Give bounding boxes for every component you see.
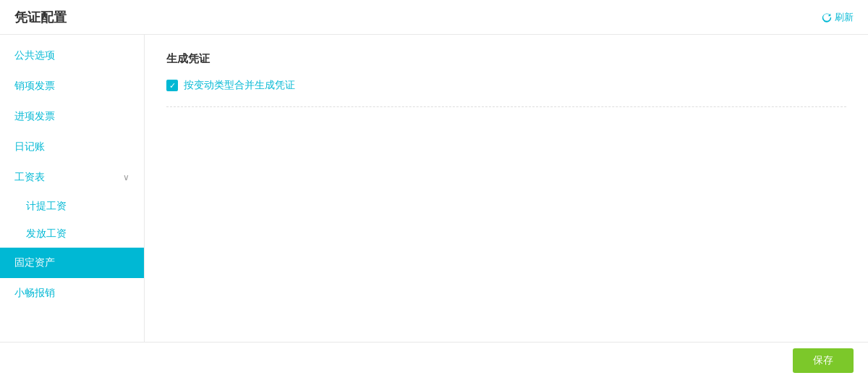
sidebar-item-label: 日记账 bbox=[14, 140, 45, 154]
refresh-label: 刷新 bbox=[835, 11, 854, 24]
sidebar-item-journal[interactable]: 日记账 bbox=[0, 132, 144, 162]
sidebar-item-label: 小畅报销 bbox=[14, 287, 55, 300]
sidebar-item-expense-claim[interactable]: 小畅报销 bbox=[0, 278, 144, 308]
checkbox-label[interactable]: 按变动类型合并生成凭证 bbox=[184, 79, 295, 92]
sidebar-item-distribute-payroll[interactable]: 发放工资 bbox=[0, 220, 144, 248]
footer: 保存 bbox=[0, 342, 868, 378]
sidebar-item-public-options[interactable]: 公共选项 bbox=[0, 41, 144, 71]
sidebar-item-fixed-assets[interactable]: 固定资产 bbox=[0, 248, 144, 278]
main-layout: 公共选项 销项发票 进项发票 日记账 工资表 ∨ 计提工资 发放工资 固定资产 … bbox=[0, 35, 868, 342]
sidebar-item-label: 固定资产 bbox=[14, 256, 55, 269]
page-title: 凭证配置 bbox=[14, 9, 67, 26]
sidebar: 公共选项 销项发票 进项发票 日记账 工资表 ∨ 计提工资 发放工资 固定资产 … bbox=[0, 35, 145, 342]
sidebar-sub-item-label: 发放工资 bbox=[26, 227, 67, 239]
section-title: 生成凭证 bbox=[166, 52, 846, 66]
merge-voucher-checkbox[interactable] bbox=[166, 80, 178, 91]
checkbox-row: 按变动类型合并生成凭证 bbox=[166, 79, 846, 92]
sidebar-item-label: 工资表 bbox=[14, 171, 45, 184]
chevron-down-icon: ∨ bbox=[123, 172, 129, 182]
sidebar-item-label: 进项发票 bbox=[14, 110, 55, 123]
header: 凭证配置 刷新 bbox=[0, 0, 868, 35]
content-area: 生成凭证 按变动类型合并生成凭证 bbox=[145, 35, 868, 342]
sidebar-item-label: 销项发票 bbox=[14, 80, 55, 93]
refresh-icon bbox=[822, 12, 832, 22]
sidebar-item-purchase-invoice[interactable]: 进项发票 bbox=[0, 101, 144, 132]
save-button[interactable]: 保存 bbox=[793, 348, 854, 373]
sidebar-item-commission-payroll[interactable]: 计提工资 bbox=[0, 193, 144, 220]
sidebar-sub-item-label: 计提工资 bbox=[26, 200, 67, 211]
sidebar-item-label: 公共选项 bbox=[14, 49, 55, 62]
refresh-button[interactable]: 刷新 bbox=[822, 11, 854, 24]
sidebar-item-payroll[interactable]: 工资表 ∨ bbox=[0, 162, 144, 193]
section-divider bbox=[166, 106, 846, 107]
sidebar-item-sales-invoice[interactable]: 销项发票 bbox=[0, 71, 144, 101]
